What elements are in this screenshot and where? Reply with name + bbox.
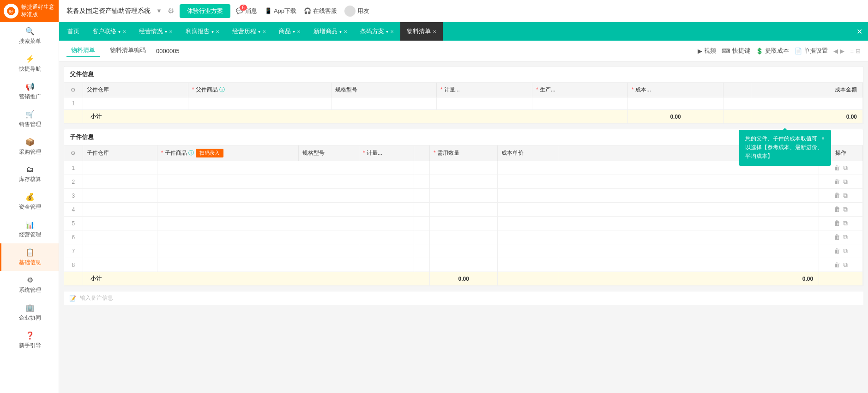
copy-icon[interactable]: ⧉ — [843, 219, 848, 227]
child-cost-amount-cell[interactable] — [558, 175, 819, 189]
child-unit-cost-cell[interactable] — [498, 258, 558, 272]
copy-icon[interactable]: ⧉ — [843, 206, 848, 213]
child-warehouse-cell[interactable] — [83, 217, 157, 230]
delete-icon[interactable]: 🗑 — [834, 261, 840, 269]
copy-icon[interactable]: ⧉ — [843, 164, 848, 172]
child-quantity-cell[interactable] — [430, 258, 498, 272]
sidebar-item-search[interactable]: 🔍 搜索菜单 — [0, 22, 59, 50]
delete-icon[interactable]: 🗑 — [834, 233, 840, 241]
child-quantity-cell[interactable] — [430, 175, 498, 189]
child-spec-cell[interactable] — [359, 230, 414, 244]
tab-barcode[interactable]: 条码方案 ▾ ✕ — [354, 22, 400, 41]
sidebar-item-guide[interactable]: ❓ 新手引导 — [0, 326, 59, 354]
child-spec-cell[interactable] — [359, 244, 414, 258]
child-unit-cell[interactable] — [414, 258, 429, 272]
close-icon[interactable]: ✕ — [122, 29, 126, 34]
parent-col-config[interactable]: ⚙ — [64, 83, 83, 97]
close-icon[interactable]: ✕ — [433, 29, 436, 34]
sidebar-item-marketing[interactable]: 📢 营销推广 — [0, 78, 59, 105]
child-quantity-cell[interactable] — [430, 217, 498, 230]
delete-icon[interactable]: 🗑 — [834, 206, 840, 213]
parent-unit-cell[interactable] — [436, 97, 532, 110]
child-unit-cell[interactable] — [414, 203, 429, 217]
note-hint[interactable]: 输入备注信息 — [80, 294, 113, 302]
child-unit-cost-cell[interactable] — [498, 161, 558, 175]
child-product-cell[interactable] — [157, 203, 359, 217]
copy-icon[interactable]: ⧉ — [843, 233, 848, 241]
sidebar-item-operation[interactable]: 📊 经营管理 — [0, 216, 59, 243]
delete-icon[interactable]: 🗑 — [834, 192, 840, 200]
delete-icon[interactable]: 🗑 — [834, 247, 840, 255]
child-warehouse-cell[interactable] — [83, 244, 157, 258]
child-quantity-cell[interactable] — [430, 203, 498, 217]
tab-products[interactable]: 商品 ▾ ✕ — [272, 22, 307, 41]
child-warehouse-cell[interactable] — [83, 230, 157, 244]
close-window-btn[interactable]: ✕ — [853, 27, 866, 36]
child-cost-amount-cell[interactable] — [558, 258, 819, 272]
child-spec-cell[interactable] — [359, 189, 414, 203]
settings-icon[interactable]: ⚙ — [168, 6, 174, 15]
sidebar-item-inventory[interactable]: 🗂 库存核算 — [0, 161, 59, 188]
child-spec-cell[interactable] — [359, 258, 414, 272]
sidebar-item-basic-info[interactable]: 📋 基础信息 — [0, 243, 59, 271]
child-unit-cost-cell[interactable] — [498, 189, 558, 203]
child-quantity-cell[interactable] — [430, 230, 498, 244]
sidebar-item-finance[interactable]: 💰 资金管理 — [0, 188, 59, 216]
child-unit-cell[interactable] — [414, 230, 429, 244]
delete-icon[interactable]: 🗑 — [834, 178, 840, 186]
child-cost-amount-cell[interactable] — [558, 189, 819, 203]
parent-cost-cell[interactable] — [628, 97, 723, 110]
tab-home[interactable]: 首页 — [61, 22, 86, 41]
tab-bom-list[interactable]: 物料清单 ✕ — [400, 22, 443, 41]
tab-new-products[interactable]: 新增商品 ▾ ✕ — [307, 22, 354, 41]
close-icon[interactable]: ✕ — [344, 29, 347, 34]
child-unit-cell[interactable] — [414, 189, 429, 203]
parent-spec-cell[interactable] — [331, 97, 436, 110]
child-cost-amount-cell[interactable] — [558, 217, 819, 230]
close-icon[interactable]: ✕ — [390, 29, 394, 34]
shortcut-action[interactable]: ⌨ 快捷键 — [722, 47, 750, 55]
scan-btn[interactable]: 扫码录入 — [196, 149, 223, 157]
child-spec-cell[interactable] — [359, 203, 414, 217]
child-unit-cost-cell[interactable] — [498, 244, 558, 258]
tab-profit-report[interactable]: 利润报告 ▾ ✕ — [179, 22, 226, 41]
child-product-cell[interactable] — [157, 258, 359, 272]
child-spec-cell[interactable] — [359, 175, 414, 189]
sidebar-item-purchase[interactable]: 📦 采购管理 — [0, 133, 59, 161]
child-cost-amount-cell[interactable] — [558, 203, 819, 217]
copy-icon[interactable]: ⧉ — [843, 247, 848, 255]
copy-icon[interactable]: ⧉ — [843, 192, 848, 200]
child-product-cell[interactable] — [157, 161, 359, 175]
child-cost-amount-cell[interactable] — [558, 244, 819, 258]
child-unit-cell[interactable] — [414, 244, 429, 258]
child-warehouse-cell[interactable] — [83, 189, 157, 203]
child-spec-cell[interactable] — [359, 217, 414, 230]
child-unit-cost-cell[interactable] — [498, 203, 558, 217]
close-icon[interactable]: ✕ — [297, 29, 301, 34]
close-icon[interactable]: ✕ — [169, 29, 173, 34]
tab-customers[interactable]: 客户联络 ▾ ✕ — [86, 22, 133, 41]
online-service-action[interactable]: 🎧 在线客服 — [304, 7, 337, 15]
close-icon[interactable]: ✕ — [216, 29, 219, 34]
child-product-cell[interactable] — [157, 244, 359, 258]
child-product-cell[interactable] — [157, 217, 359, 230]
child-cost-amount-cell[interactable] — [558, 230, 819, 244]
child-quantity-cell[interactable] — [430, 244, 498, 258]
sidebar-item-quick-nav[interactable]: ⚡ 快捷导航 — [0, 50, 59, 78]
sidebar-item-enterprise[interactable]: 🏢 企业协同 — [0, 299, 59, 326]
child-quantity-cell[interactable] — [430, 189, 498, 203]
parent-product-cell[interactable] — [188, 97, 331, 110]
trial-btn[interactable]: 体验行业方案 — [180, 4, 230, 18]
child-unit-cost-cell[interactable] — [498, 175, 558, 189]
child-unit-cost-cell[interactable] — [498, 217, 558, 230]
parent-warehouse-cell[interactable] — [83, 97, 188, 110]
child-warehouse-cell[interactable] — [83, 258, 157, 272]
message-action[interactable]: 💬 6 消息 — [236, 7, 257, 15]
tooltip-close-btn[interactable]: × — [821, 134, 825, 143]
close-icon[interactable]: ✕ — [262, 29, 266, 34]
delete-icon[interactable]: 🗑 — [834, 164, 840, 172]
delete-icon[interactable]: 🗑 — [834, 219, 840, 227]
child-product-cell[interactable] — [157, 175, 359, 189]
sidebar-item-system[interactable]: ⚙ 系统管理 — [0, 271, 59, 299]
single-settings-action[interactable]: 📄 单据设置 — [795, 47, 828, 55]
